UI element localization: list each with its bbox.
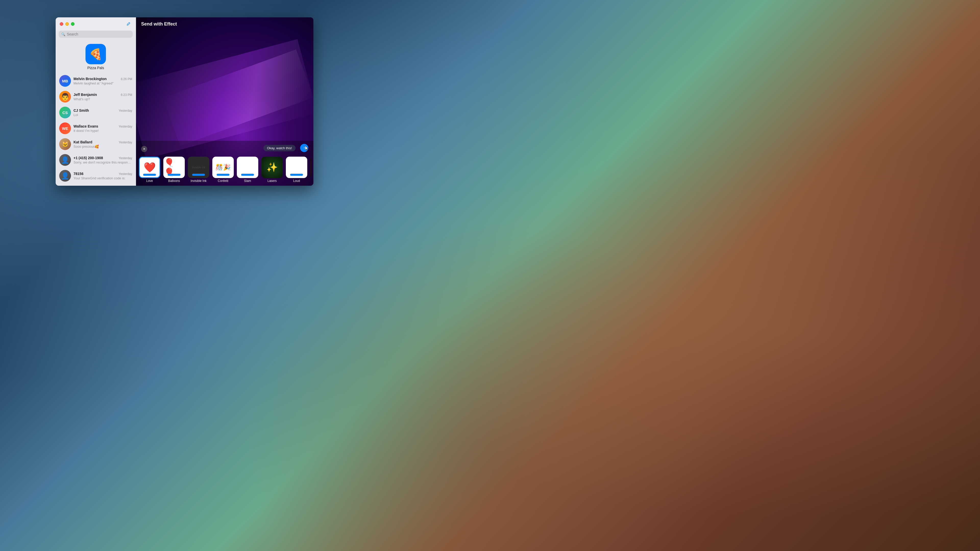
conv-preview-cs: Lol: [73, 113, 132, 117]
conv-header-jb: Jeff Benjamin 6:23 PM: [73, 93, 132, 97]
conv-header-cs: CJ Smith Yesterday: [73, 108, 132, 113]
invisible-label-inner: Invisible Ink: [191, 165, 206, 169]
effect-panel-title: Send with Effect: [141, 21, 177, 27]
send-icon: ↑: [303, 146, 305, 150]
conversation-item-78[interactable]: 👤 78156 Yesterday Your ShareGrid verific…: [56, 168, 136, 184]
conv-time-78: Yesterday: [119, 172, 132, 176]
okay-watch-button[interactable]: Okay, watch this!: [263, 145, 296, 151]
avatar-mb: MB: [59, 75, 71, 87]
conv-time-cs: Yesterday: [119, 109, 132, 113]
conv-info-mb: Melvin Brockington 6:26 PM Melvin laughe…: [73, 77, 132, 85]
effect-item-love[interactable]: ❤️ Love: [138, 157, 161, 183]
avatar-jb: 👨: [59, 91, 71, 103]
conversation-item-kb[interactable]: 🐱 Kat Ballard Yesterday Sooo precious🥰: [56, 136, 136, 152]
minimize-button[interactable]: [65, 22, 69, 26]
conv-name-78: 78156: [73, 171, 83, 176]
effect-thumb-confetti: 🎊🎉: [212, 157, 234, 178]
conv-header-78: 78156 Yesterday: [73, 171, 132, 176]
effect-item-slam[interactable]: Slam: [236, 157, 259, 183]
avatar-ph: 👤: [59, 154, 71, 166]
conv-time-kb: Yesterday: [119, 141, 132, 144]
sidebar: 🔍 🍕 Pizza Pals MB Melvin Brockington: [56, 17, 136, 186]
kat-ballard-photo: 🐱: [59, 138, 71, 150]
effect-item-lasers[interactable]: ✨ Lasers: [261, 157, 283, 183]
effect-label-loud: Loud: [293, 179, 300, 183]
effect-thumb-love: ❤️: [139, 157, 160, 178]
featured-contact[interactable]: 🍕 Pizza Pals: [56, 40, 136, 73]
featured-name: Pizza Pals: [87, 66, 104, 70]
confetti-icon: 🎊🎉: [215, 164, 231, 171]
lasers-icon: ✨: [266, 162, 278, 173]
effect-item-celebration[interactable]: 🎆 Celebration: [310, 157, 311, 183]
featured-avatar: 🍕: [86, 44, 106, 64]
effect-thumb-slam: [237, 157, 258, 178]
close-button[interactable]: [60, 22, 63, 26]
conv-header-mb: Melvin Brockington 6:26 PM: [73, 77, 132, 81]
conv-name-jb: Jeff Benjamin: [73, 93, 97, 97]
conv-preview-mb: Melvin laughed at "Agreed": [73, 81, 132, 85]
effect-label-love: Love: [146, 179, 153, 183]
conv-time-ph: Yesterday: [119, 156, 132, 160]
close-effect-button[interactable]: ✕: [141, 146, 147, 152]
conversation-item-ph[interactable]: 👤 +1 (415) 200-1908 Yesterday Sorry, we …: [56, 152, 136, 168]
conv-info-ph: +1 (415) 200-1908 Yesterday Sorry, we do…: [73, 156, 132, 164]
conv-info-jb: Jeff Benjamin 6:23 PM What's up?: [73, 93, 132, 101]
search-bar[interactable]: 🔍: [59, 30, 133, 38]
avatar-we: WE: [59, 122, 71, 134]
avatar-cs: CS: [59, 106, 71, 118]
mouse-cursor: [305, 146, 309, 151]
effect-label-confetti: Confetti: [218, 179, 228, 183]
conv-info-cs: CJ Smith Yesterday Lol: [73, 108, 132, 117]
conversations-list: 🍕 Pizza Pals MB Melvin Brockington 6:26 …: [56, 40, 136, 186]
effects-bar: ✕ Okay, watch this! ↑ ❤️ Love: [136, 141, 313, 186]
conv-time-we: Yesterday: [119, 125, 132, 128]
conversation-item-mb[interactable]: MB Melvin Brockington 6:26 PM Melvin lau…: [56, 73, 136, 89]
avatar-78: 👤: [59, 170, 71, 182]
conv-preview-78: Your ShareGrid verification code is:: [73, 176, 132, 180]
effect-item-balloons[interactable]: 🎈🎈 Balloons: [162, 157, 186, 183]
conv-preview-ph: Sorry, we don't recognize this response.…: [73, 160, 132, 164]
conv-preview-kb: Sooo precious🥰: [73, 144, 132, 148]
effect-item-loud[interactable]: Loud: [285, 157, 308, 183]
conv-time-mb: 6:26 PM: [121, 77, 132, 81]
conv-time-jb: 6:23 PM: [121, 93, 132, 97]
effect-thumb-invisible: Invisible Ink: [188, 157, 209, 178]
maximize-button[interactable]: [71, 22, 75, 26]
traffic-lights: [60, 22, 75, 26]
effects-scroll: ❤️ Love 🎈🎈 Balloons Invisible Ink: [138, 157, 311, 183]
effect-label-invisible: Invisible Ink: [191, 179, 207, 183]
conv-info-kb: Kat Ballard Yesterday Sooo precious🥰: [73, 140, 132, 148]
conv-name-kb: Kat Ballard: [73, 140, 92, 144]
conv-name-ph: +1 (415) 200-1908: [73, 156, 103, 160]
effect-label-slam: Slam: [244, 179, 251, 183]
effect-label-balloons: Balloons: [168, 179, 180, 183]
sidebar-titlebar: [56, 17, 136, 30]
conv-preview-we: It does! I'm hype!: [73, 129, 132, 133]
balloons-icon: 🎈🎈: [164, 158, 184, 177]
conv-info-78: 78156 Yesterday Your ShareGrid verificat…: [73, 171, 132, 180]
conversation-item-cs[interactable]: CS CJ Smith Yesterday Lol: [56, 105, 136, 121]
conv-info-we: Wallace Evans Yesterday It does! I'm hyp…: [73, 124, 132, 133]
search-input[interactable]: [67, 32, 130, 36]
effect-item-confetti[interactable]: 🎊🎉 Confetti: [212, 157, 234, 183]
messages-window: 🔍 🍕 Pizza Pals MB Melvin Brockington: [56, 17, 313, 186]
conversation-item-we[interactable]: WE Wallace Evans Yesterday It does! I'm …: [56, 121, 136, 136]
send-with-effect-panel: Send with Effect ✕ Okay, watch this! ↑: [136, 17, 313, 186]
conv-name-we: Wallace Evans: [73, 124, 98, 128]
avatar-kb: 🐱: [59, 138, 71, 150]
conversation-item-jb[interactable]: 👨 Jeff Benjamin 6:23 PM What's up?: [56, 89, 136, 105]
effect-item-invisible[interactable]: Invisible Ink Invisible Ink: [187, 157, 210, 183]
effect-thumb-balloons: 🎈🎈: [163, 157, 185, 178]
conv-name-mb: Melvin Brockington: [73, 77, 107, 81]
search-icon: 🔍: [61, 32, 65, 36]
compose-button[interactable]: [126, 21, 132, 27]
conv-header-ph: +1 (415) 200-1908 Yesterday: [73, 156, 132, 160]
conv-header-kb: Kat Ballard Yesterday: [73, 140, 132, 144]
conv-preview-jb: What's up?: [73, 97, 132, 101]
effect-titlebar: Send with Effect: [136, 17, 313, 30]
effect-thumb-celebration: 🎆: [310, 157, 311, 178]
love-icon: ❤️: [144, 162, 156, 173]
conv-header-we: Wallace Evans Yesterday: [73, 124, 132, 128]
conv-name-cs: CJ Smith: [73, 108, 89, 113]
okay-watch-label: Okay, watch this!: [267, 146, 292, 150]
